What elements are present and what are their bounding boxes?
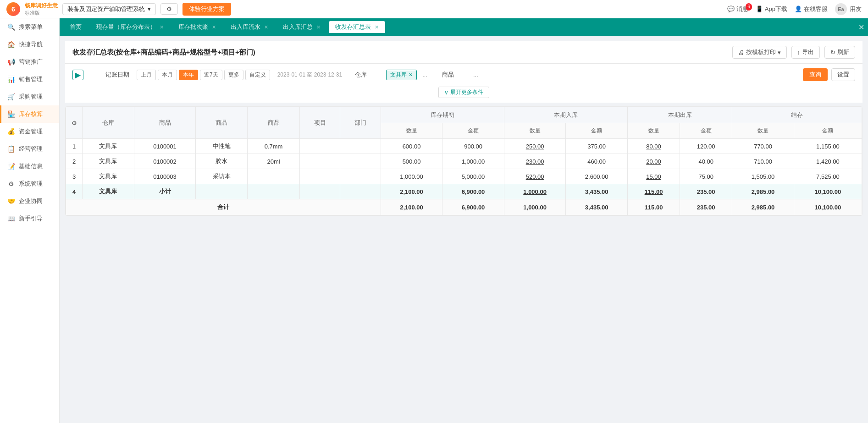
sidebar-item-sales[interactable]: 📊 销售管理: [0, 71, 59, 88]
print-template-button[interactable]: 🖨 按模板打印 ▾: [732, 46, 787, 59]
warehouse-tag-close[interactable]: ✕: [409, 72, 413, 78]
page-content: 收发存汇总表(按仓库+商品编码+商品+规格型号+项目+部门) 🖨 按模板打印 ▾…: [60, 36, 868, 423]
sidebar-item-label: 采购管理: [19, 93, 43, 101]
settings-filter-button[interactable]: 设置: [831, 68, 855, 81]
table-row: 3 文具库 0100003 采访本 1,000.00 5,000.00 520.…: [66, 169, 862, 184]
notification-button[interactable]: 💬 消息 6: [727, 5, 748, 13]
open-amt-header: 金额: [442, 123, 504, 139]
in-amt-header: 金额: [566, 123, 628, 139]
row-in-qty[interactable]: 250.00: [504, 139, 566, 154]
tab-close-icon[interactable]: ✕: [316, 24, 321, 30]
tab-stock-distribution[interactable]: 现存量（库存分布表） ✕: [90, 21, 170, 33]
date-btn-this-month[interactable]: 本月: [158, 70, 177, 80]
row-in-qty[interactable]: 230.00: [504, 154, 566, 169]
settings-col-header[interactable]: ⚙: [66, 107, 83, 139]
sidebar-item-quick-nav[interactable]: 🏠 快捷导航: [0, 36, 59, 53]
query-button[interactable]: 查询: [803, 68, 828, 81]
handshake-icon: 🤝: [7, 197, 15, 205]
subtotal-warehouse: 文具库: [83, 184, 134, 199]
date-btn-this-year[interactable]: 本年: [179, 70, 198, 80]
subtotal-in-qty[interactable]: 1,000.00: [504, 184, 566, 199]
warehouse-col-header: 仓库: [83, 107, 134, 139]
sidebar-item-system[interactable]: ⚙ 系统管理: [0, 175, 59, 192]
out-qty-header: 数量: [627, 123, 680, 139]
row-out-qty[interactable]: 15.00: [627, 169, 680, 184]
app-wrapper: 6 畅库调好生意 标准版 装备及固定资产辅助管理系统 ▾ ⚙ 体验行业方案 💬 …: [0, 0, 868, 423]
row-open-qty: 1,000.00: [381, 169, 442, 184]
experience-button[interactable]: 体验行业方案: [182, 3, 231, 16]
refresh-button[interactable]: ↻ 刷新: [824, 46, 855, 59]
app-download-button[interactable]: 📱 App下载: [756, 5, 787, 13]
total-open-qty: 2,100.00: [381, 199, 442, 215]
notification-badge: 6: [746, 3, 752, 11]
total-out-amt: 235.00: [680, 199, 732, 215]
sidebar-item-enterprise[interactable]: 🤝 企业协同: [0, 192, 59, 210]
date-btn-custom[interactable]: 自定义: [245, 70, 270, 80]
tab-close-icon[interactable]: ✕: [375, 24, 379, 30]
row-goods-code: 0100001: [134, 139, 196, 154]
date-btn-last-month[interactable]: 上月: [137, 70, 156, 80]
sidebar-item-operations[interactable]: 📋 经营管理: [0, 140, 59, 158]
sidebar-nav: 🔍 搜索菜单 🏠 快捷导航 📢 营销推广 📊 销售管理 🛒 采购管: [0, 18, 59, 423]
filter-expand-arrow[interactable]: ▶: [72, 70, 100, 80]
total-open-amt: 6,900.00: [442, 199, 504, 215]
sidebar-item-guide[interactable]: 📖 新手引导: [0, 210, 59, 227]
row-open-amt: 900.00: [442, 139, 504, 154]
row-dept: [340, 154, 381, 169]
subtotal-label: 小计: [134, 184, 196, 199]
goods-name-col-header: 商品: [196, 107, 248, 139]
row-out-qty[interactable]: 80.00: [627, 139, 680, 154]
row-warehouse: 文具库: [83, 169, 134, 184]
filter-area: ▶ 记账日期 上月 本月 本年 近7天 更多 自定义 2023-01-01 至 …: [65, 64, 862, 103]
page-title-bar: 收发存汇总表(按仓库+商品编码+商品+规格型号+项目+部门) 🖨 按模板打印 ▾…: [65, 41, 862, 64]
tab-receipt-summary[interactable]: 收发存汇总表 ✕: [329, 21, 385, 33]
row-in-qty[interactable]: 520.00: [504, 169, 566, 184]
sidebar-item-purchase[interactable]: 🛒 采购管理: [0, 88, 59, 105]
subtotal-out-qty[interactable]: 115.00: [627, 184, 680, 199]
clipboard-icon: 📋: [7, 145, 15, 153]
row-warehouse: 文具库: [83, 139, 134, 154]
system-selector[interactable]: 装备及固定资产辅助管理系统 ▾: [62, 3, 156, 15]
sidebar-item-label: 新手引导: [19, 214, 43, 223]
tab-close-icon[interactable]: ✕: [212, 24, 216, 30]
table-row: 2 文具库 0100002 胶水 20ml 500.00 1,000.00 23…: [66, 154, 862, 169]
warehouse-more-ellipsis[interactable]: ...: [422, 71, 427, 78]
date-btn-7days[interactable]: 近7天: [200, 70, 222, 80]
total-label: 合计: [66, 199, 381, 215]
sidebar-item-search[interactable]: 🔍 搜索菜单: [0, 18, 59, 36]
sidebar-item-basic-info[interactable]: 📝 基础信息: [0, 158, 59, 175]
export-button[interactable]: ↑ 导出: [791, 46, 820, 59]
row-project: [300, 139, 340, 154]
row-goods-name: 中性笔: [196, 139, 248, 154]
row-out-qty[interactable]: 20.00: [627, 154, 680, 169]
sidebar-item-label: 库存核算: [19, 110, 43, 118]
row-dept: [340, 169, 381, 184]
tab-close-icon[interactable]: ✕: [264, 24, 268, 30]
settings-button[interactable]: ⚙: [160, 3, 178, 15]
tab-close-icon[interactable]: ✕: [160, 24, 164, 30]
sidebar-item-inventory[interactable]: 🏪 库存核算: [0, 105, 59, 123]
expand-conditions-button[interactable]: ∨ 展开更多条件: [438, 87, 489, 98]
inventory-table: ⚙ 仓库 商品 商品 商品 项目 部门 库存期初 本期入库 本期出库: [66, 107, 862, 215]
sidebar-item-marketing[interactable]: 📢 营销推广: [0, 53, 59, 71]
tab-batch-ledger[interactable]: 库存批次账 ✕: [172, 21, 222, 33]
total-row: 合计 2,100.00 6,900.00 1,000.00 3,435.00 1…: [66, 199, 862, 215]
page-title-actions: 🖨 按模板打印 ▾ ↑ 导出 ↻ 刷新: [732, 46, 856, 59]
content-area: 首页 现存量（库存分布表） ✕ 库存批次账 ✕ 出入库流水 ✕ 出入库汇总 ✕: [60, 18, 868, 423]
date-btn-more[interactable]: 更多: [224, 70, 243, 80]
tab-home[interactable]: 首页: [63, 21, 88, 33]
bal-qty-header: 数量: [732, 123, 794, 139]
online-support-button[interactable]: 👤 在线客服: [795, 5, 828, 13]
data-table-container: ⚙ 仓库 商品 商品 商品 项目 部门 库存期初 本期入库 本期出库: [65, 106, 862, 216]
tab-inout-flow[interactable]: 出入库流水 ✕: [224, 21, 275, 33]
user-menu[interactable]: Ea 用友: [835, 3, 862, 15]
expand-arrow-icon: ▶: [72, 70, 83, 80]
tab-inout-summary[interactable]: 出入库汇总 ✕: [276, 21, 327, 33]
opening-stock-col-header: 库存期初: [381, 107, 504, 123]
tab-bar-close-button[interactable]: ✕: [858, 23, 864, 32]
goods-more-ellipsis[interactable]: ...: [473, 71, 478, 78]
table-row: 1 文具库 0100001 中性笔 0.7mm 600.00 900.00 25…: [66, 139, 862, 154]
search-icon: 🔍: [7, 23, 15, 31]
sidebar-item-finance[interactable]: 💰 资金管理: [0, 123, 59, 140]
row-open-qty: 600.00: [381, 139, 442, 154]
